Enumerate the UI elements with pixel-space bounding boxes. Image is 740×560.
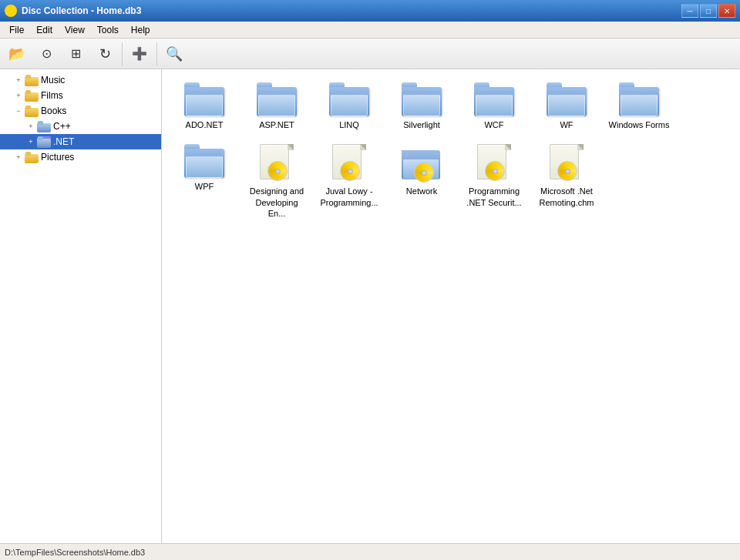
silverlight-label: Silverlight (403, 119, 440, 130)
toolbar-separator-2 (156, 42, 157, 65)
ado-net-folder-icon (184, 82, 224, 116)
expand-films[interactable]: + (12, 89, 25, 102)
grid-icon: ⊞ (71, 48, 81, 60)
item-silverlight[interactable]: Silverlight (387, 77, 456, 136)
dotnet-label: .NET (53, 136, 74, 147)
juval-doc-icon (329, 144, 369, 183)
sidebar: + Music + Films − Books + C++ (0, 69, 162, 543)
app-icon (5, 5, 17, 17)
sidebar-item-pictures[interactable]: + Pictures (0, 149, 161, 165)
silverlight-folder-icon (402, 82, 442, 116)
status-path: D:\TempFiles\Screenshots\Home.db3 (5, 548, 145, 557)
network-label: Network (406, 186, 437, 196)
expand-pictures[interactable]: + (12, 151, 25, 163)
menu-file[interactable]: File (3, 23, 30, 37)
item-wcf[interactable]: WCF (459, 77, 529, 136)
toolbar-separator (122, 42, 123, 65)
wpf-label: WPF (195, 181, 214, 192)
item-programming-net[interactable]: Programming .NET Securit... (459, 139, 529, 224)
windows-forms-folder-icon (619, 82, 659, 116)
wcf-folder-icon (474, 82, 514, 116)
menu-tools[interactable]: Tools (91, 23, 125, 37)
sidebar-item-books[interactable]: − Books (0, 103, 161, 119)
pictures-label: Pictures (41, 152, 74, 163)
search-button[interactable]: 🔍 (160, 41, 188, 67)
item-windows-forms[interactable]: Windows Forms (604, 77, 674, 136)
asp-net-label: ASP.NET (259, 119, 294, 130)
wpf-folder-icon (184, 144, 224, 178)
menu-bar: File Edit View Tools Help (0, 22, 740, 39)
books-label: Books (41, 106, 66, 116)
toolbar: 📂 ⊙ ⊞ ↻ ➕ 🔍 (0, 39, 740, 69)
music-label: Music (41, 75, 65, 86)
item-wf[interactable]: WF (532, 77, 601, 136)
cpp-folder-icon (37, 121, 51, 132)
home-button[interactable]: ⊙ (32, 41, 60, 67)
films-label: Films (41, 90, 63, 101)
films-folder-icon (25, 90, 39, 102)
ado-net-label: ADO.NET (186, 119, 224, 130)
title-bar: Disc Collection - Home.db3 ─ □ ✕ (0, 0, 740, 22)
item-microsoft-net[interactable]: Microsoft .Net Remoting.chm (532, 139, 601, 224)
item-network[interactable]: Network (387, 139, 456, 224)
linq-folder-icon (329, 82, 369, 116)
item-linq[interactable]: LINQ (314, 77, 384, 136)
menu-help[interactable]: Help (125, 23, 156, 37)
item-designing[interactable]: Designing and Developing En... (242, 139, 311, 224)
refresh-icon: ↻ (99, 47, 111, 61)
expand-dotnet[interactable]: + (25, 136, 37, 148)
add-icon: ➕ (132, 48, 147, 60)
open-button[interactable]: 📂 (3, 41, 31, 67)
linq-label: LINQ (339, 119, 359, 130)
designing-label: Designing and Developing En... (246, 186, 308, 219)
designing-doc-icon (257, 144, 297, 183)
home-icon: ⊙ (42, 48, 52, 60)
wf-label: WF (560, 119, 573, 130)
menu-edit[interactable]: Edit (30, 23, 59, 37)
sidebar-item-films[interactable]: + Films (0, 88, 161, 103)
dotnet-folder-icon: .NET (37, 136, 51, 148)
status-bar: D:\TempFiles\Screenshots\Home.db3 (0, 543, 740, 560)
add-button[interactable]: ➕ (126, 41, 153, 67)
wf-folder-icon (547, 82, 587, 116)
item-juval[interactable]: Juval Lowy - Programming... (314, 139, 384, 224)
sidebar-item-music[interactable]: + Music (0, 72, 161, 88)
open-icon: 📂 (8, 47, 25, 61)
content-area: ADO.NET ASP.NET LINQ (162, 69, 740, 543)
microsoft-net-label: Microsoft .Net Remoting.chm (536, 186, 597, 208)
cpp-label: C++ (53, 121, 71, 132)
books-folder-icon (25, 106, 39, 117)
sidebar-item-cpp[interactable]: + C++ (0, 119, 161, 134)
refresh-button[interactable]: ↻ (91, 41, 119, 67)
asp-net-folder-icon (257, 82, 297, 116)
music-folder-icon (25, 75, 39, 86)
window-title: Disc Collection - Home.db3 (22, 5, 681, 16)
microsoft-net-doc-icon (547, 144, 587, 183)
programming-net-doc-icon (474, 144, 514, 183)
grid-button[interactable]: ⊞ (62, 41, 89, 67)
close-button[interactable]: ✕ (718, 4, 735, 18)
expand-books[interactable]: − (12, 105, 25, 117)
maximize-button[interactable]: □ (700, 4, 717, 18)
pictures-folder-icon (25, 152, 39, 163)
minimize-button[interactable]: ─ (681, 4, 698, 18)
search-icon: 🔍 (166, 47, 183, 61)
expand-music[interactable]: + (12, 74, 25, 86)
main-area: + Music + Films − Books + C++ (0, 69, 740, 543)
window-controls: ─ □ ✕ (681, 4, 735, 18)
juval-label: Juval Lowy - Programming... (318, 186, 380, 208)
menu-view[interactable]: View (59, 23, 91, 37)
windows-forms-label: Windows Forms (609, 119, 670, 130)
content-grid: ADO.NET ASP.NET LINQ (170, 77, 732, 224)
item-ado-net[interactable]: ADO.NET (170, 77, 239, 136)
item-asp-net[interactable]: ASP.NET (242, 77, 311, 136)
expand-cpp[interactable]: + (25, 120, 37, 132)
wcf-label: WCF (484, 119, 503, 130)
network-folder-icon (402, 144, 442, 183)
sidebar-item-dotnet[interactable]: + .NET .NET (0, 134, 161, 149)
item-wpf[interactable]: WPF (170, 139, 239, 224)
programming-net-label: Programming .NET Securit... (463, 186, 525, 208)
